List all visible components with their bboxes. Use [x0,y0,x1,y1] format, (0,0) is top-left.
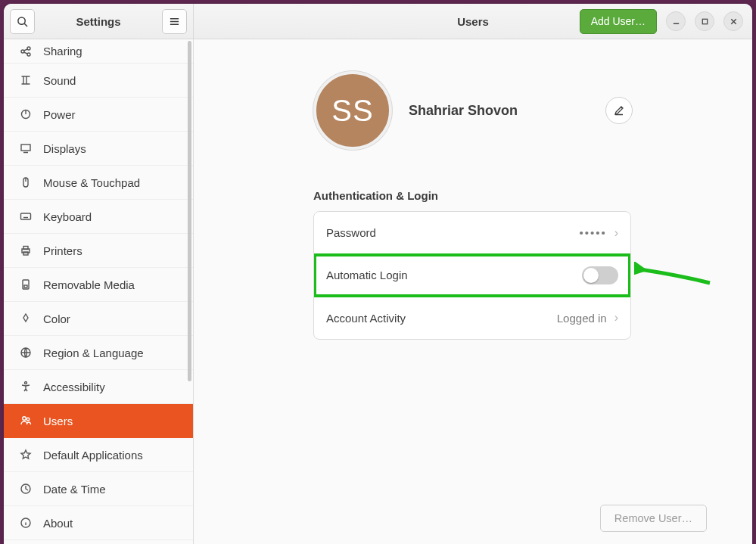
sidebar-item-label: Displays [43,142,86,155]
sidebar-item-accessibility[interactable]: Accessibility [4,370,193,404]
sidebar-item-label: About [43,517,73,530]
svg-rect-26 [23,247,28,250]
titlebar: Settings Users Add User… [4,4,752,39]
sidebar-item-label: Keyboard [43,210,92,223]
mouse-icon [19,176,33,188]
activity-label: Account Activity [326,312,406,325]
sidebar-item-mouse[interactable]: Mouse & Touchpad [4,166,193,200]
password-mask: ••••• [579,226,606,239]
password-label: Password [326,226,376,239]
close-button[interactable] [723,11,743,31]
sidebar-item-sharing[interactable]: Sharing [4,39,193,64]
sharing-icon [19,45,33,58]
color-icon [19,312,33,325]
maximize-button[interactable] [695,11,714,31]
sidebar-item-label: Default Applications [43,449,143,462]
star-icon [19,449,33,461]
chevron-right-icon: › [614,226,618,240]
power-icon [19,108,33,120]
minimize-button[interactable] [666,11,686,31]
sidebar-item-label: Accessibility [43,381,105,393]
svg-rect-6 [702,19,707,23]
add-user-button[interactable]: Add User… [580,9,657,34]
sidebar-item-printers[interactable]: Printers [4,234,193,268]
password-row[interactable]: Password ••••• › [314,212,630,254]
svg-point-32 [23,417,26,421]
autologin-switch[interactable] [582,266,618,284]
users-icon [19,415,33,427]
svg-line-12 [24,48,28,50]
sidebar-item-label: Sharing [43,45,82,58]
svg-line-13 [24,52,28,54]
titlebar-content-section: Users Add User… [194,4,752,39]
avatar[interactable]: SS [313,71,392,150]
accessibility-icon [19,381,33,393]
sidebar-item-default[interactable]: Default Applications [4,438,193,472]
sidebar-item-color[interactable]: Color [4,302,193,336]
window-controls [666,11,743,31]
password-value: ••••• › [579,226,618,240]
sound-icon [19,74,33,86]
display-name: Shahriar Shovon [409,103,518,119]
sidebar-item-power[interactable]: Power [4,98,193,132]
info-icon [19,517,33,529]
content-panel: SS Shahriar Shovon Authentication & Logi… [194,39,752,544]
svg-line-1 [24,23,27,26]
sidebar-item-region[interactable]: Region & Language [4,336,193,370]
app-title: Settings [35,15,162,28]
sidebar-item-about[interactable]: About [4,506,193,540]
sidebar-item-label: Users [43,415,73,427]
sidebar-item-label: Date & Time [43,483,106,496]
svg-rect-27 [23,252,28,255]
svg-point-33 [26,418,30,421]
profile-header: SS Shahriar Shovon [313,71,752,150]
automatic-login-row[interactable]: Automatic Login [314,254,630,297]
sidebar-item-displays[interactable]: Displays [4,132,193,166]
settings-window: Settings Users Add User… [4,4,752,544]
arrow-annotation [634,262,717,307]
sidebar-item-label: Region & Language [43,347,144,359]
sidebar[interactable]: Sharing Sound Power Displays Mouse & Tou… [4,39,194,544]
displays-icon [19,142,33,154]
svg-point-0 [18,17,25,23]
search-button[interactable] [10,9,35,34]
body: Sharing Sound Power Displays Mouse & Tou… [4,39,752,544]
sidebar-item-label: Removable Media [43,278,135,291]
svg-rect-29 [24,285,27,288]
scrollbar-thumb[interactable] [188,41,191,381]
svg-point-31 [25,382,27,384]
sidebar-item-label: Color [43,312,70,325]
edit-name-button[interactable] [605,97,633,124]
auth-listbox: Password ••••• › Automatic Login Account… [313,211,631,340]
titlebar-sidebar-section: Settings [4,4,194,39]
sidebar-item-removable[interactable]: Removable Media [4,268,193,302]
hamburger-menu-button[interactable] [162,9,187,34]
account-activity-row[interactable]: Account Activity Logged in › [314,297,630,339]
keyboard-icon [19,210,33,222]
svg-rect-20 [21,213,31,219]
sidebar-item-label: Printers [43,244,82,257]
sidebar-item-label: Sound [43,74,76,87]
sidebar-item-users[interactable]: Users [4,404,193,438]
sidebar-item-label: Mouse & Touchpad [43,176,140,189]
sidebar-item-keyboard[interactable]: Keyboard [4,200,193,234]
sidebar-item-sound[interactable]: Sound [4,64,193,98]
sidebar-item-datetime[interactable]: Date & Time [4,472,193,506]
auth-section-title: Authentication & Login [313,189,752,202]
removable-media-icon [19,278,33,291]
svg-rect-16 [21,145,30,151]
chevron-right-icon: › [614,311,618,325]
sidebar-item-label: Power [43,108,76,121]
printers-icon [19,244,33,256]
remove-user-button[interactable]: Remove User… [600,505,707,532]
activity-value-wrap: Logged in › [557,311,618,325]
clock-icon [19,483,33,495]
autologin-label: Automatic Login [326,269,408,281]
activity-value: Logged in [557,312,607,325]
globe-icon [19,347,33,359]
